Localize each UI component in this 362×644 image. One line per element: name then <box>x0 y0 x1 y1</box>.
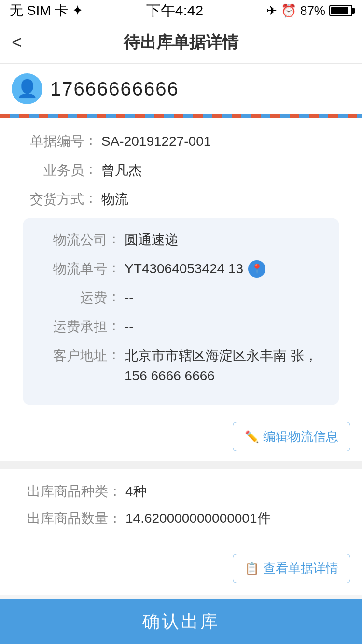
logistics-company-row: 物流公司 ： 圆通速递 <box>35 230 327 250</box>
content-area: 👤 17666666666 单据编号 ： SA-20191227-001 业务员… <box>0 64 362 644</box>
location-tracking-icon[interactable]: 📍 <box>248 260 265 278</box>
address-value: 北京市市辖区海淀区永丰南 张，156 6666 6666 <box>125 346 327 386</box>
delivery-method-label: 交货方式 <box>12 189 84 209</box>
edit-btn-container: ✏️ 编辑物流信息 <box>0 414 362 461</box>
detail-icon: 📋 <box>245 562 259 575</box>
goods-quantity-label: 出库商品数量 <box>12 509 108 528</box>
view-detail-container: 📋 查看单据详情 <box>0 546 362 595</box>
battery-percentage: 87% <box>300 3 325 18</box>
logistics-company-value: 圆通速递 <box>125 230 327 250</box>
pin-icon: 📍 <box>251 262 263 276</box>
confirm-btn-container: 确认出库 <box>0 599 362 644</box>
section-divider <box>0 461 362 469</box>
dashed-separator <box>0 114 362 118</box>
freight-bearer-row: 运费承担 ： -- <box>35 317 327 337</box>
back-button[interactable]: < <box>12 32 22 53</box>
freight-row: 运费 ： -- <box>35 288 327 308</box>
address-row: 客户地址 ： 北京市市辖区海淀区永丰南 张，156 6666 6666 <box>35 346 327 386</box>
colon-2: ： <box>84 160 97 179</box>
alarm-icon: ⏰ <box>281 3 296 18</box>
document-number-row: 单据编号 ： SA-20191227-001 <box>12 131 350 152</box>
delivery-method-row: 交货方式 ： 物流 <box>12 189 350 210</box>
tracking-number-value: YT43064053424 13 <box>125 259 243 279</box>
freight-label: 运费 <box>35 288 107 307</box>
edit-icon: ✏️ <box>245 430 259 444</box>
status-bar: 无 SIM 卡 ✦ 下午4:42 ✈ ⏰ 87% <box>0 0 362 21</box>
goods-types-label: 出库商品种类 <box>12 482 108 501</box>
edit-logistics-label: 编辑物流信息 <box>263 428 338 445</box>
freight-bearer-value: -- <box>125 317 327 337</box>
view-detail-label: 查看单据详情 <box>263 560 338 577</box>
freight-value: -- <box>125 288 327 308</box>
document-number-value: SA-20191227-001 <box>101 131 350 152</box>
sales-person-value: 曾凡杰 <box>101 160 350 181</box>
goods-types-value: 4种 <box>125 482 147 501</box>
tracking-number-value-container: YT43064053424 13 📍 <box>125 259 327 279</box>
freight-bearer-label: 运费承担 <box>35 317 107 336</box>
logistics-company-label: 物流公司 <box>35 230 107 249</box>
battery-icon <box>329 5 352 16</box>
sales-person-label: 业务员 <box>12 160 84 180</box>
status-right: ✈ ⏰ 87% <box>266 3 352 18</box>
colon-3: ： <box>84 189 97 208</box>
page-title: 待出库单据详情 <box>124 31 238 54</box>
tracking-number-label: 物流单号 <box>35 259 107 278</box>
battery-fill <box>331 7 348 14</box>
customer-header: 👤 17666666666 <box>0 64 362 114</box>
location-status-icon: ✈ <box>266 3 277 18</box>
delivery-method-value: 物流 <box>101 189 350 210</box>
status-time: 下午4:42 <box>146 1 203 21</box>
logistics-card: 物流公司 ： 圆通速递 物流单号 ： YT43064053424 13 📍 运费… <box>23 218 339 405</box>
goods-quantity-value: 14.620000000000001件 <box>125 509 271 528</box>
goods-quantity-row: 出库商品数量 ： 14.620000000000001件 <box>12 509 350 528</box>
view-detail-button[interactable]: 📋 查看单据详情 <box>233 554 350 583</box>
edit-logistics-button[interactable]: ✏️ 编辑物流信息 <box>233 422 350 451</box>
user-icon: 👤 <box>16 79 38 99</box>
order-info-section: 单据编号 ： SA-20191227-001 业务员 ： 曾凡杰 交货方式 ： … <box>0 118 362 414</box>
customer-phone: 17666666666 <box>50 78 179 100</box>
goods-types-row: 出库商品种类 ： 4种 <box>12 482 350 501</box>
goods-section: 出库商品种类 ： 4种 出库商品数量 ： 14.620000000000001件 <box>0 469 362 546</box>
nav-bar: < 待出库单据详情 <box>0 21 362 64</box>
document-number-label: 单据编号 <box>12 131 84 151</box>
address-label: 客户地址 <box>35 346 107 365</box>
avatar: 👤 <box>12 73 42 104</box>
tracking-number-row: 物流单号 ： YT43064053424 13 📍 <box>35 259 327 279</box>
colon-1: ： <box>84 131 97 150</box>
sales-person-row: 业务员 ： 曾凡杰 <box>12 160 350 181</box>
status-left: 无 SIM 卡 ✦ <box>10 1 83 20</box>
confirm-button[interactable]: 确认出库 <box>142 610 220 633</box>
